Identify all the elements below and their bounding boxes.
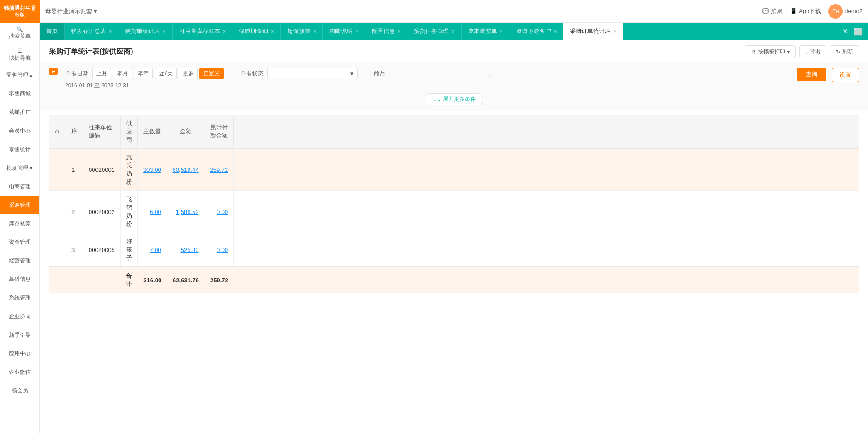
- sidebar-item-system[interactable]: 系统管理: [0, 289, 39, 307]
- filter-goods-group: 商品 ...: [374, 68, 789, 79]
- nav-tabs: 首页 收发存汇总表 × 要货单统计表 × 可用量库存账本 × 保质期查询 × 超…: [40, 23, 868, 40]
- row-qty[interactable]: 6.00: [137, 191, 167, 233]
- tab-cost-adjust[interactable]: 成本调整单 ×: [462, 23, 509, 40]
- row-index: 3: [66, 233, 83, 267]
- close-icon[interactable]: ×: [613, 29, 616, 34]
- export-button[interactable]: ↓ 导出: [799, 45, 826, 58]
- table-footer-row: 合计 316.00 62,631.76 259.72: [49, 267, 859, 293]
- user-profile[interactable]: Ea demo2: [828, 4, 863, 19]
- sidebar-item-inventory[interactable]: 库存核算: [0, 214, 39, 233]
- row-code: 00020002: [83, 191, 121, 233]
- table-row[interactable]: 3 00020005 好孩子 7.00 525.80 0.00: [49, 233, 859, 267]
- sidebar-search[interactable]: 🔍 搜索菜单: [0, 23, 39, 44]
- date-btn-more[interactable]: 更多: [179, 68, 198, 79]
- sidebar-item-newbie[interactable]: 新手引导: [0, 326, 39, 344]
- sidebar-item-retail-shop[interactable]: 零售商城: [0, 85, 39, 103]
- close-icon[interactable]: ×: [109, 29, 112, 34]
- sidebar-item-enterprise[interactable]: 企业协同: [0, 307, 39, 326]
- tab-expiry[interactable]: 保质期查询 ×: [232, 23, 280, 40]
- date-btn-this-month[interactable]: 本月: [113, 68, 132, 79]
- col-paid: 累计付款金额: [204, 115, 234, 149]
- tab-feature-desc[interactable]: 功能说明 ×: [323, 23, 365, 40]
- tab-inventory-ledger[interactable]: 可用量库存账本 ×: [173, 23, 232, 40]
- topbar-title-dropdown[interactable]: 母婴行业演示账套 ▾: [45, 7, 97, 15]
- tab-config-info[interactable]: 配置信息 ×: [365, 23, 407, 40]
- sidebar-item-basic[interactable]: 基础信息: [0, 270, 39, 289]
- restore-window-icon[interactable]: ⬜: [852, 27, 864, 36]
- tab-label: 超储预警: [287, 27, 311, 35]
- row-qty[interactable]: 7.00: [137, 233, 167, 267]
- settings-icon[interactable]: ⚙: [54, 128, 60, 135]
- table-row[interactable]: 2 00020002 飞鹤奶粉 6.00 1,586.52 0.00: [49, 191, 859, 233]
- close-window-icon[interactable]: ✕: [840, 27, 850, 36]
- query-button[interactable]: 查询: [797, 68, 826, 81]
- filter-status-group: 单据状态 ▾: [240, 68, 358, 79]
- row-paid[interactable]: 0.00: [204, 191, 234, 233]
- row-amount[interactable]: 60,519.44: [167, 149, 204, 191]
- footer-index: [66, 267, 83, 293]
- tab-home[interactable]: 首页: [40, 23, 65, 40]
- date-btn-last-month[interactable]: 上月: [92, 68, 111, 79]
- chevron-down-icon: ▾: [350, 70, 354, 77]
- sidebar-quick-nav[interactable]: ☰ 快捷导航: [0, 44, 39, 66]
- row-extra: [234, 191, 859, 233]
- row-settings-cell: [49, 191, 66, 233]
- expand-more-button[interactable]: ⌄⌄ 展开更多条件: [425, 93, 483, 105]
- tab-collect-pay[interactable]: 收发存汇总表 ×: [65, 23, 118, 40]
- tab-label: 要货单统计表: [125, 27, 160, 35]
- filter-toggle-icon[interactable]: ▶: [49, 68, 58, 75]
- sidebar-item-member2[interactable]: 畅会员: [0, 381, 39, 400]
- date-btn-this-year[interactable]: 本年: [134, 68, 153, 79]
- sidebar-item-marketing[interactable]: 营销推广: [0, 103, 39, 122]
- sidebar-item-operation[interactable]: 经营管理: [0, 252, 39, 270]
- row-qty[interactable]: 303.00: [137, 149, 167, 191]
- tab-purchase-stat[interactable]: 采购订单统计表 ×: [563, 23, 623, 40]
- close-icon[interactable]: ×: [163, 29, 165, 34]
- sidebar-item-retail-stat[interactable]: 零售统计: [0, 140, 39, 159]
- close-icon[interactable]: ×: [271, 29, 274, 34]
- settings-button[interactable]: 设置: [832, 68, 859, 82]
- row-amount[interactable]: 525.80: [167, 233, 204, 267]
- tab-goods-stat[interactable]: 要货单统计表 ×: [118, 23, 172, 40]
- col-settings[interactable]: ⚙: [49, 115, 66, 149]
- tab-label: 采购订单统计表: [570, 27, 611, 35]
- sidebar-item-retail[interactable]: 零售管理 ▲: [0, 66, 39, 85]
- sidebar-item-finance[interactable]: 资金管理: [0, 233, 39, 252]
- goods-label: 商品: [374, 70, 386, 78]
- table-row[interactable]: 1 00020001 惠氏奶粉 303.00 60,519.44 259.72: [49, 149, 859, 191]
- tab-invite-downstream[interactable]: 邀请下游客户 ×: [509, 23, 563, 40]
- status-select[interactable]: ▾: [267, 68, 358, 79]
- sidebar-item-appstore[interactable]: 应用中心: [0, 344, 39, 363]
- row-supplier: 飞鹤奶粉: [120, 191, 137, 233]
- message-action[interactable]: 💬 消息: [762, 7, 783, 15]
- refresh-icon: ↻: [836, 49, 840, 55]
- close-icon[interactable]: ×: [500, 29, 503, 34]
- sidebar: 畅捷通好生意标版 🔍 搜索菜单 ☰ 快捷导航 零售管理 ▲ 零售商城 营销推广 …: [0, 0, 40, 433]
- sidebar-item-ecommerce[interactable]: 电商管理: [0, 177, 39, 196]
- date-label: 单据日期: [65, 70, 89, 78]
- date-btn-custom[interactable]: 自定义: [199, 68, 224, 79]
- tab-overstock[interactable]: 超储预警 ×: [281, 23, 323, 40]
- close-icon[interactable]: ×: [223, 29, 226, 34]
- close-icon[interactable]: ×: [398, 29, 401, 34]
- sidebar-item-purchase[interactable]: 采购管理: [0, 196, 39, 214]
- print-button[interactable]: 🖨 按模板打印 ▾: [745, 45, 796, 58]
- sidebar-item-wholesale[interactable]: 批发管理 ▼: [0, 159, 39, 177]
- close-icon[interactable]: ×: [452, 29, 454, 34]
- app-download-action[interactable]: 📱 App下载: [790, 7, 821, 15]
- row-paid[interactable]: 259.72: [204, 149, 234, 191]
- refresh-button[interactable]: ↻ 刷新: [830, 45, 859, 58]
- tab-stock-task[interactable]: 拣货任务管理 ×: [407, 23, 461, 40]
- more-options-icon[interactable]: ...: [485, 70, 491, 78]
- row-amount[interactable]: 1,586.52: [167, 191, 204, 233]
- row-paid[interactable]: 0.00: [204, 233, 234, 267]
- sidebar-item-member[interactable]: 会员中心: [0, 122, 39, 140]
- sidebar-item-wechat[interactable]: 企业微信: [0, 363, 39, 381]
- close-icon[interactable]: ×: [313, 29, 316, 34]
- goods-input[interactable]: [389, 68, 480, 79]
- date-btn-7days[interactable]: 近7天: [155, 68, 177, 79]
- logo[interactable]: 畅捷通好生意标版: [0, 0, 40, 23]
- col-code: 往来单位编码: [83, 115, 121, 149]
- close-icon[interactable]: ×: [554, 29, 557, 34]
- close-icon[interactable]: ×: [355, 29, 358, 34]
